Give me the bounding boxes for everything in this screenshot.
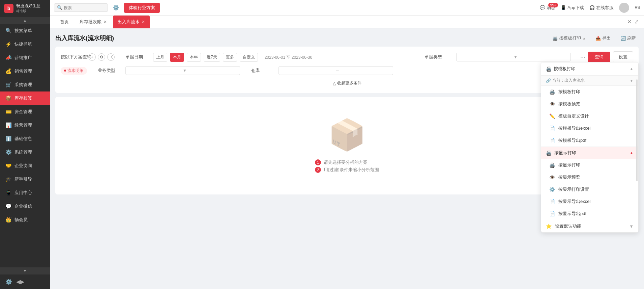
biz-type-arrow-icon: ▼ <box>183 68 237 73</box>
dropdown-default-setting[interactable]: ⭐ 设置默认功能 ▼ <box>541 220 638 232</box>
finance-icon: 💳 <box>5 109 12 115</box>
sidebar-item-label: 采购管理 <box>14 82 32 88</box>
dropdown-close-arrow[interactable]: ▲ <box>630 67 634 71</box>
this-year-btn[interactable]: 本年 <box>187 53 201 62</box>
display-export-excel-icon: 📄 <box>549 199 555 204</box>
tab-inventory-batch[interactable]: 库存批次账 ✕ <box>75 16 112 28</box>
dropdown-sub-arrow[interactable]: ▼ <box>630 78 634 83</box>
doc-type-input[interactable]: ▼ <box>456 53 571 61</box>
tab-stock-flow[interactable]: 出入库流水 ✕ <box>113 16 150 28</box>
dropdown-scrollbar[interactable] <box>636 79 638 181</box>
sidebar-item-marketing[interactable]: 📣营销推广 <box>0 51 50 64</box>
sidebar-item-search[interactable]: 🔍搜索菜单 <box>0 24 50 37</box>
prev-month-btn[interactable]: 上月 <box>153 53 167 62</box>
dropdown-display-settings[interactable]: ⚙️ 按显示打印设置 <box>541 183 638 195</box>
member-icon: 👑 <box>5 217 12 223</box>
system-icon: ⚙️ <box>5 149 12 155</box>
sidebar-item-basics[interactable]: ℹ️基础信息 <box>0 132 50 146</box>
warehouse-input[interactable]: ··· <box>279 66 393 75</box>
display-group-icon: 🖨️ <box>546 150 552 156</box>
sidebar-item-operations[interactable]: 📊经营管理 <box>0 119 50 132</box>
query-btn[interactable]: 查询 <box>588 52 610 62</box>
tag-dot <box>64 70 66 72</box>
sidebar-item-quick-nav[interactable]: ⚡快捷导航 <box>0 37 50 51</box>
template-custom-icon: ✏️ <box>549 113 555 119</box>
filter-more-icon[interactable]: ··· <box>580 54 585 61</box>
tab-inventory-batch-label: 库存批次账 <box>80 19 101 25</box>
print-template-btn[interactable]: 🖨️ 按模板打印 ▲ <box>550 34 589 43</box>
online-service-btn[interactable]: 🎧 在线客服 <box>589 5 614 11</box>
sidebar-item-sales[interactable]: 💰销售管理 <box>0 64 50 78</box>
empty-illustration: 📦 <box>328 117 366 153</box>
topbar-gear-btn[interactable]: ⚙️ <box>111 3 121 12</box>
sidebar-item-finance[interactable]: 💳资金管理 <box>0 105 50 119</box>
message-btn[interactable]: 💬 消息 99+ <box>540 5 555 11</box>
display-settings-icon: ⚙️ <box>549 187 555 192</box>
filter-set-btn[interactable]: ⚙ <box>98 53 105 61</box>
dropdown-display-export-excel[interactable]: 📄 按显示导出excel <box>541 195 638 208</box>
print-dropdown-arrow[interactable]: ▲ <box>582 36 586 40</box>
search-icon: 🔍 <box>5 28 12 34</box>
header-actions: 🖨️ 按模板打印 ▲ 📤 导出 🔄 刷新 <box>550 34 639 43</box>
dropdown-display-group-header[interactable]: 🖨️ 按显示打印 ▲ <box>541 147 638 159</box>
sidebar-item-system[interactable]: ⚙️系统管理 <box>0 146 50 159</box>
search-input[interactable] <box>64 5 105 10</box>
filter-row-top: 按以下方案查询 ＋ ⚙ 《 单据日期 上月 本月 本年 近7天 更多 自定义 2… <box>61 51 633 63</box>
last-7-btn[interactable]: 近7天 <box>204 53 220 62</box>
dropdown-display-export-pdf[interactable]: 📄 按显示导出pdf <box>541 208 638 220</box>
sidebar-collapse-icon[interactable]: ◀▶ <box>16 279 24 285</box>
sidebar-item-appstore[interactable]: 📱应用中心 <box>0 186 50 200</box>
topbar-search-box[interactable]: 🔍 <box>54 3 108 12</box>
settings-btn[interactable]: 设置 <box>613 51 633 63</box>
tab-home[interactable]: 首页 <box>55 16 74 28</box>
warehouse-label: 仓库 <box>251 68 274 74</box>
sidebar: b 畅捷通好生意 标准版 ▲ 🔍搜索菜单⚡快捷导航📣营销推广💰销售管理🛒采购管理… <box>0 0 50 289</box>
dropdown-current-label: 当前：出入库流水 <box>552 78 585 83</box>
user-avatar[interactable] <box>619 3 629 13</box>
warehouse-dots-icon[interactable]: ··· <box>336 68 390 73</box>
dropdown-display-preview[interactable]: 👁️ 按显示预览 <box>541 171 638 183</box>
dropdown-display-print[interactable]: 🖨️ 按显示打印 <box>541 159 638 171</box>
filter-add-btn[interactable]: ＋ <box>88 53 96 61</box>
sidebar-item-member[interactable]: 👑畅会员 <box>0 213 50 227</box>
marketing-icon: 📣 <box>5 55 12 61</box>
filter-collapse-btn[interactable]: 《 <box>107 53 115 61</box>
sidebar-settings-icon[interactable]: ⚙️ <box>5 279 12 285</box>
sidebar-item-purchase[interactable]: 🛒采购管理 <box>0 78 50 91</box>
refresh-btn[interactable]: 🔄 刷新 <box>618 34 639 43</box>
refresh-icon: 🔄 <box>620 36 626 41</box>
window-close-btn[interactable]: ✕ <box>627 19 632 25</box>
dropdown-template-preview[interactable]: 👁️ 按模板预览 <box>541 98 638 110</box>
more-btn[interactable]: 更多 <box>223 53 237 62</box>
window-maximize-btn[interactable]: ⤢ <box>634 19 639 25</box>
sidebar-scroll-down[interactable]: ▼ <box>0 267 50 274</box>
sidebar-item-inventory[interactable]: 📦库存核算 <box>0 91 50 105</box>
sidebar-item-collab[interactable]: 🤝企业协同 <box>0 159 50 173</box>
dropdown-template-export-excel[interactable]: 📄 按模板导出excel <box>541 122 638 134</box>
dropdown-template-print[interactable]: 🖨️ 按模板打印 <box>541 86 638 98</box>
default-setting-icon: ⭐ <box>546 224 552 229</box>
sidebar-item-label: 企业协同 <box>14 163 32 169</box>
template-preview-label: 按模板预览 <box>558 101 580 107</box>
doc-type-label: 单据类型 <box>425 54 448 60</box>
dropdown-template-custom[interactable]: ✏️ 模板自定义设计 <box>541 110 638 122</box>
sidebar-scroll-up[interactable]: ▲ <box>0 17 50 24</box>
sidebar-logo: b 畅捷通好生意 标准版 <box>0 0 50 17</box>
dropdown-template-export-pdf[interactable]: 📄 按模板导出pdf <box>541 134 638 147</box>
template-export-excel-label: 按模板导出excel <box>558 125 590 131</box>
app-download-label: App下载 <box>567 5 584 11</box>
custom-btn[interactable]: 自定义 <box>240 53 258 62</box>
biz-type-input[interactable]: ▼ <box>125 66 240 75</box>
date-filter: 上月 本月 本年 近7天 更多 自定义 <box>153 53 258 62</box>
sidebar-item-label: 快捷导航 <box>14 41 32 47</box>
flow-type-label: 流水明细 <box>67 68 84 74</box>
trial-btn[interactable]: 体验行业方案 <box>124 3 160 13</box>
tab-inventory-batch-close[interactable]: ✕ <box>104 20 107 24</box>
tab-stock-flow-close[interactable]: ✕ <box>142 20 145 24</box>
basics-icon: ℹ️ <box>5 136 12 142</box>
app-download-btn[interactable]: 📱 App下载 <box>561 5 584 11</box>
export-btn[interactable]: 📤 导出 <box>593 34 614 43</box>
sidebar-item-guide[interactable]: 🎓新手引导 <box>0 173 50 186</box>
this-month-btn[interactable]: 本月 <box>170 53 184 62</box>
sidebar-item-wechat[interactable]: 💬企业微信 <box>0 200 50 213</box>
